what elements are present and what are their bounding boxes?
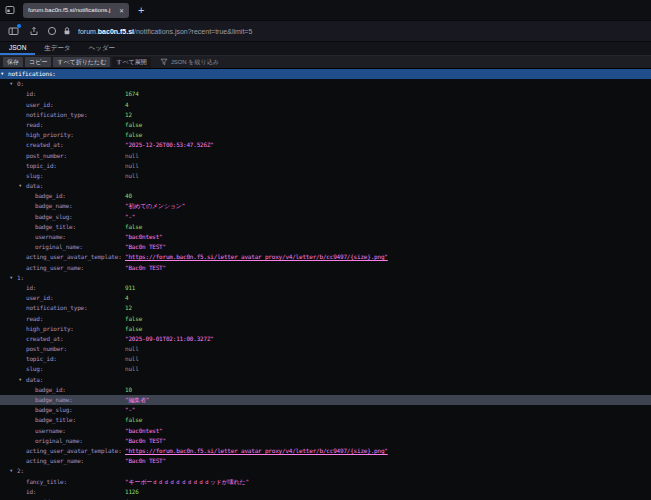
lock-icon[interactable] [62, 26, 72, 36]
json-row[interactable]: created_at: "2025-12-26T00:53:47.526Z" [0, 140, 651, 150]
notification-dot [17, 24, 21, 28]
save-button[interactable]: 保存 [3, 57, 23, 67]
json-row[interactable]: read: false [0, 120, 651, 130]
json-key: badge_slug: [0, 405, 73, 415]
firefox-view-icon[interactable] [5, 5, 15, 15]
twisty-icon[interactable]: ▼ [19, 181, 21, 191]
json-key: badge_title: [0, 415, 76, 425]
json-row[interactable]: topic_id: null [0, 354, 651, 364]
json-row[interactable]: ▼ data: [0, 181, 651, 191]
share-icon[interactable] [29, 26, 39, 36]
json-value: "-" [125, 405, 135, 415]
json-row[interactable]: badge_slug: "-" [0, 405, 651, 415]
json-value-link[interactable]: "https://forum.bac0n.f5.si/letter_avatar… [125, 252, 388, 262]
json-filter-input[interactable] [171, 59, 301, 65]
json-key: badge_slug: [0, 212, 73, 222]
json-row[interactable]: badge_name: "初めてのメンション" [0, 201, 651, 211]
json-key: created_at: [0, 140, 64, 150]
json-key: data: [0, 375, 43, 385]
json-row[interactable]: ▼ data: [0, 375, 651, 385]
json-row[interactable]: acting_user_name: "Bac0n TEST" [0, 263, 651, 273]
json-row[interactable]: created_at: "2025-09-01T02:11:00.327Z" [0, 334, 651, 344]
json-row[interactable]: ▼ 0: [0, 79, 651, 89]
json-key: id: [0, 283, 36, 293]
json-key: badge_name: [0, 395, 73, 405]
json-key: notification_type: [0, 303, 87, 313]
tab-close-icon[interactable]: ✕ [119, 7, 124, 14]
json-row[interactable]: id: 1126 [0, 487, 651, 497]
tab-headers[interactable]: ヘッダー [80, 42, 124, 55]
json-value: "キーボーｄｄｄｄｄｄｄｄｄｄッドが壊れた" [125, 477, 249, 487]
json-value: null [125, 354, 139, 364]
url-host: bac0n.f5.si [98, 28, 134, 35]
json-row[interactable]: post_number: null [0, 151, 651, 161]
json-value: 12 [125, 303, 132, 313]
json-row[interactable]: slug: null [0, 364, 651, 374]
copy-button[interactable]: コピー [25, 57, 51, 67]
new-tab-button[interactable]: + [138, 5, 144, 15]
twisty-icon[interactable]: ▼ [10, 466, 12, 476]
json-row[interactable]: username: "bac0ntest" [0, 426, 651, 436]
json-row[interactable]: original_name: "Bac0n TEST" [0, 242, 651, 252]
json-row[interactable]: high_priority: false [0, 324, 651, 334]
json-key: acting_user_name: [0, 263, 84, 273]
json-key: read: [0, 120, 43, 130]
json-row[interactable]: slug: null [0, 171, 651, 181]
browser-tab[interactable]: forum.bac0n.f5.si/notifications.j ✕ [23, 3, 129, 18]
json-row[interactable]: topic_id: null [0, 161, 651, 171]
json-row[interactable]: badge_title: false [0, 222, 651, 232]
json-key: topic_id: [0, 354, 57, 364]
json-row[interactable]: username: "bac0ntest" [0, 232, 651, 242]
navigation-bar: forum.bac0n.f5.si/notifications.json?rec… [0, 20, 651, 42]
json-row[interactable]: fancy_title: "キーボーｄｄｄｄｄｄｄｄｄｄッドが壊れた" [0, 477, 651, 487]
json-row[interactable]: badge_id: 40 [0, 191, 651, 201]
json-row[interactable]: badge_title: false [0, 415, 651, 425]
sidebar-icon[interactable] [8, 26, 19, 36]
expand-all-button[interactable]: すべて展開 [112, 57, 150, 67]
json-value: null [125, 161, 139, 171]
url-host-prefix: forum. [78, 28, 98, 35]
json-key: id: [0, 487, 36, 497]
tab-raw-data[interactable]: 生データ [35, 42, 79, 55]
json-row[interactable]: acting_user_name: "Bac0n TEST" [0, 456, 651, 466]
json-value: 911 [125, 283, 135, 293]
json-row[interactable]: notification_type: 12 [0, 110, 651, 120]
twisty-icon[interactable]: ▼ [1, 69, 3, 79]
json-value: 4 [125, 100, 128, 110]
json-key: topic_id: [0, 161, 57, 171]
tab-json[interactable]: JSON [0, 42, 35, 55]
viewer-tab-bar: JSON 生データ ヘッダー [0, 42, 651, 56]
json-row[interactable]: badge_id: 10 [0, 385, 651, 395]
json-value-link[interactable]: "https://forum.bac0n.f5.si/letter_avatar… [125, 446, 388, 456]
json-key: slug: [0, 364, 43, 374]
json-row[interactable]: notification_type: 12 [0, 303, 651, 313]
json-row[interactable]: user_id: 4 [0, 293, 651, 303]
json-row[interactable]: ▼ 2: [0, 466, 651, 476]
shield-icon[interactable] [47, 26, 57, 36]
json-row[interactable]: original_name: "Bac0n TEST" [0, 436, 651, 446]
json-row[interactable]: user_id: 4 [0, 100, 651, 110]
json-key: read: [0, 314, 43, 324]
json-row[interactable]: acting_user_avatar_template: "https://fo… [0, 446, 651, 456]
url-bar[interactable]: forum.bac0n.f5.si/notifications.json?rec… [78, 28, 252, 35]
twisty-icon[interactable]: ▼ [10, 79, 12, 89]
json-row[interactable]: acting_user_avatar_template: "https://fo… [0, 252, 651, 262]
json-row[interactable]: id: 1674 [0, 89, 651, 99]
collapse-all-button[interactable]: すべて折りたたむ [53, 57, 110, 67]
json-value: false [125, 222, 142, 232]
json-row[interactable]: badge_slug: "-" [0, 212, 651, 222]
json-row[interactable]: ▼ 1: [0, 273, 651, 283]
json-value: 40 [125, 191, 132, 201]
json-value: null [125, 344, 139, 354]
json-key: slug: [0, 171, 43, 181]
json-row[interactable]: read: false [0, 314, 651, 324]
json-row[interactable]: id: 911 [0, 283, 651, 293]
twisty-icon[interactable]: ▼ [10, 273, 12, 283]
json-row[interactable]: post_number: null [0, 344, 651, 354]
json-row[interactable]: high_priority: false [0, 130, 651, 140]
json-row[interactable]: ▼ notifications: [0, 69, 651, 79]
json-value: "bac0ntest" [125, 232, 163, 242]
json-row[interactable]: badge_name: "編集者" [0, 395, 651, 405]
twisty-icon[interactable]: ▼ [19, 375, 21, 385]
json-key: original_name: [0, 242, 83, 252]
